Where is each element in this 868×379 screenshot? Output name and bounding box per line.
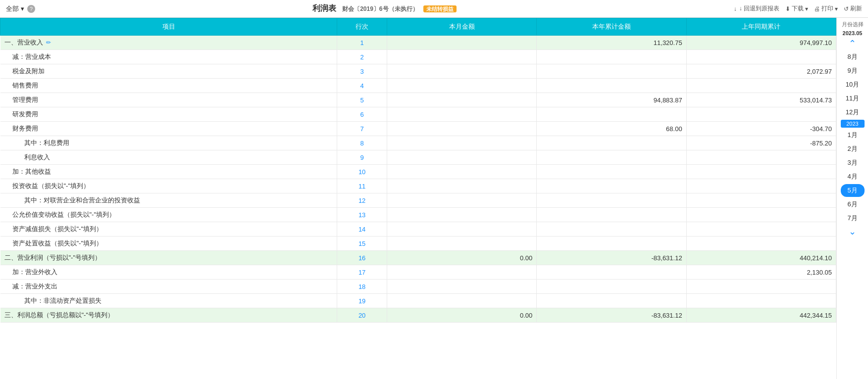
month-item-3[interactable]: 3月 xyxy=(841,156,865,169)
cell-row-num: 12 xyxy=(337,193,387,208)
table-row: 税金及附加32,072.97 xyxy=(0,64,836,79)
back-icon: ↓ xyxy=(734,5,737,12)
header-actions: ↓ ↓ 回退到原报表 ⬇ 下载 ▾ 🖨 打印 ▾ ↺ 刷新 xyxy=(734,4,862,13)
scroll-down-icon[interactable]: ⌄ xyxy=(848,225,857,238)
cell-month xyxy=(387,179,537,193)
cell-prev xyxy=(686,294,836,308)
cell-row-num: 6 xyxy=(337,107,387,122)
month-item-4[interactable]: 4月 xyxy=(841,170,865,183)
cell-row-num: 15 xyxy=(337,237,387,251)
cell-item: 其中：利息费用 xyxy=(0,136,337,150)
month-item-5-active[interactable]: 5月 xyxy=(841,184,865,197)
cell-prev: 974,997.10 xyxy=(686,36,836,50)
app-container: 全部 ▾ ? 利润表 财会〔2019〕6号（未执行） 未结转损益 ↓ ↓ 回退到… xyxy=(0,0,868,379)
chevron-down-icon: ▾ xyxy=(21,5,24,12)
table-row: 减：营业外支出18 xyxy=(0,280,836,294)
month-sidebar: 月份选择 2023.05 ⌃ 8月 9月 10月 11月 12月 2023 1月… xyxy=(836,18,868,379)
cell-row-num: 3 xyxy=(337,64,387,79)
cell-month xyxy=(387,136,537,150)
scope-dropdown[interactable]: 全部 ▾ xyxy=(6,4,24,13)
back-button[interactable]: ↓ ↓ 回退到原报表 xyxy=(734,4,779,13)
cell-year xyxy=(537,136,686,150)
cell-prev xyxy=(686,179,836,193)
header-left: 全部 ▾ ? xyxy=(6,4,35,13)
cell-prev: 2,130.05 xyxy=(686,265,836,280)
cell-month xyxy=(387,294,537,308)
month-item-8[interactable]: 8月 xyxy=(841,50,865,63)
cell-prev: -304.70 xyxy=(686,122,836,136)
table-row: 公允价值变动收益（损失以"-"填列）13 xyxy=(0,208,836,222)
table-row: 管理费用594,883.87533,014.73 xyxy=(0,93,836,107)
month-item-7[interactable]: 7月 xyxy=(841,212,865,225)
cell-prev: -875.20 xyxy=(686,136,836,150)
th-item: 项目 xyxy=(0,18,337,36)
table-row: 资产处置收益（损失以"-"填列）15 xyxy=(0,237,836,251)
month-item-11[interactable]: 11月 xyxy=(841,92,865,105)
table-row: 一、营业收入✏111,320.75974,997.10 xyxy=(0,36,836,50)
table-row: 研发费用6 xyxy=(0,107,836,122)
cell-prev xyxy=(686,222,836,237)
main-content: 项目 行次 本月金额 本年累计金额 上年同期累计 一、营业收入✏111,320.… xyxy=(0,18,868,379)
month-item-6[interactable]: 6月 xyxy=(841,198,865,211)
month-item-1[interactable]: 1月 xyxy=(841,129,865,142)
cell-year xyxy=(537,50,686,64)
table-row: 加：其他收益10 xyxy=(0,165,836,179)
month-item-9[interactable]: 9月 xyxy=(841,64,865,77)
cell-month xyxy=(387,165,537,179)
table-row: 投资收益（损失以"-"填列）11 xyxy=(0,179,836,193)
cell-year xyxy=(537,79,686,93)
cell-month xyxy=(387,265,537,280)
table-row: 资产减值损失（损失以"-"填列）14 xyxy=(0,222,836,237)
cell-item: 公允价值变动收益（损失以"-"填列） xyxy=(0,208,337,222)
th-prev: 上年同期累计 xyxy=(686,18,836,36)
cell-year xyxy=(537,193,686,208)
cell-year xyxy=(537,165,686,179)
cell-item: 三、利润总额（亏损总额以"-"号填列） xyxy=(0,308,337,323)
cell-month xyxy=(387,280,537,294)
cell-item: 研发费用 xyxy=(0,107,337,122)
cell-row-num: 20 xyxy=(337,308,387,323)
cell-item: 资产减值损失（损失以"-"填列） xyxy=(0,222,337,237)
cell-month xyxy=(387,222,537,237)
print-button[interactable]: 🖨 打印 ▾ xyxy=(814,4,838,13)
table-row: 三、利润总额（亏损总额以"-"号填列）200.00-83,631.12442,3… xyxy=(0,308,836,323)
table-area[interactable]: 项目 行次 本月金额 本年累计金额 上年同期累计 一、营业收入✏111,320.… xyxy=(0,18,836,379)
month-item-12[interactable]: 12月 xyxy=(841,106,865,119)
cell-item: 加：营业外收入 xyxy=(0,265,337,280)
th-row: 行次 xyxy=(337,18,387,36)
cell-row-num: 1 xyxy=(337,36,387,50)
cell-month xyxy=(387,122,537,136)
cell-row-num: 17 xyxy=(337,265,387,280)
cell-prev xyxy=(686,50,836,64)
cell-row-num: 2 xyxy=(337,50,387,64)
refresh-button[interactable]: ↺ 刷新 xyxy=(844,4,862,13)
cell-prev xyxy=(686,208,836,222)
cell-year xyxy=(537,64,686,79)
table-row: 其中：非流动资产处置损失19 xyxy=(0,294,836,308)
th-month: 本月金额 xyxy=(387,18,537,36)
edit-icon[interactable]: ✏ xyxy=(46,39,51,46)
month-item-10[interactable]: 10月 xyxy=(841,78,865,91)
cell-year xyxy=(537,208,686,222)
status-badge: 未结转损益 xyxy=(423,5,457,12)
download-button[interactable]: ⬇ 下载 ▾ xyxy=(785,4,808,13)
table-row: 利息收入9 xyxy=(0,150,836,165)
cell-month xyxy=(387,150,537,165)
cell-year: -83,631.12 xyxy=(537,251,686,265)
cell-month xyxy=(387,36,537,50)
cell-year xyxy=(537,179,686,193)
report-title: 利润表 xyxy=(312,4,336,12)
month-item-2[interactable]: 2月 xyxy=(841,142,865,155)
current-year-label: 2023.05 xyxy=(843,29,863,37)
cell-month xyxy=(387,208,537,222)
cell-row-num: 19 xyxy=(337,294,387,308)
cell-year: 68.00 xyxy=(537,122,686,136)
table-row: 加：营业外收入172,130.05 xyxy=(0,265,836,280)
help-icon[interactable]: ? xyxy=(27,5,35,13)
cell-item: 减：营业成本 xyxy=(0,50,337,64)
scroll-up-icon[interactable]: ⌃ xyxy=(848,37,857,50)
cell-row-num: 7 xyxy=(337,122,387,136)
cell-item: 减：营业外支出 xyxy=(0,280,337,294)
cell-prev: 2,072.97 xyxy=(686,64,836,79)
cell-row-num: 18 xyxy=(337,280,387,294)
